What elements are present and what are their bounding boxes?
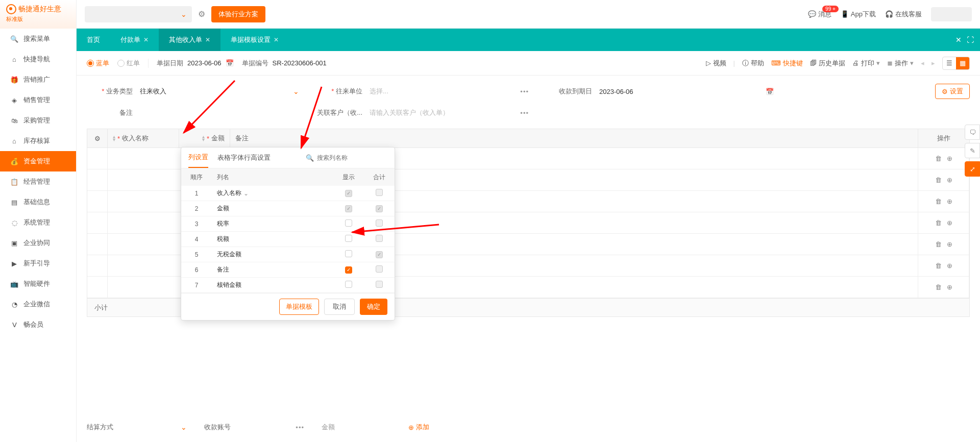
sidebar-item[interactable]: 📋经营管理 — [0, 171, 76, 192]
calendar-icon[interactable]: 📅 — [226, 59, 234, 67]
col-income-name[interactable]: ▴▾ * 收入名称 — [108, 129, 179, 148]
add-button[interactable]: ⊕ 添加 — [408, 423, 429, 432]
user-avatar[interactable] — [931, 7, 972, 21]
ops-link[interactable]: ≣操作▾ — [887, 59, 914, 68]
copy-icon[interactable]: ⊕ — [947, 262, 952, 269]
sidebar-item[interactable]: ◔企业微信 — [0, 294, 76, 314]
close-icon[interactable]: ✕ — [205, 36, 210, 43]
nav-icon: 🛍 — [10, 116, 18, 125]
sidebar: 畅捷通好生意 标准版 🔍搜索菜单⌂快捷导航🎁营销推广◈销售管理🛍采购管理⌂库存核… — [0, 0, 77, 442]
delete-icon[interactable]: 🗑 — [935, 283, 942, 291]
sidebar-item[interactable]: ◌系统管理 — [0, 212, 76, 233]
checkbox-off[interactable] — [345, 281, 352, 288]
copy-icon[interactable]: ⊕ — [947, 219, 952, 227]
sidebar-item[interactable]: ▶新手引导 — [0, 253, 76, 274]
partner-select[interactable]: 选择... ••• — [368, 84, 531, 99]
acct-label: 收款账号 — [204, 423, 231, 432]
sidebar-item[interactable]: ▣企业协同 — [0, 233, 76, 253]
close-icon[interactable]: ✕ — [143, 36, 149, 43]
template-button[interactable]: 单据模板 — [279, 299, 319, 315]
print-link[interactable]: 🖨打印▾ — [852, 59, 880, 68]
nav-icon: ⌂ — [10, 137, 18, 145]
prev-icon[interactable]: ◂ — [921, 59, 924, 67]
copy-icon[interactable]: ⊕ — [947, 240, 952, 248]
sidebar-item[interactable]: 🔍搜索菜单 — [0, 29, 76, 49]
copy-icon[interactable]: ⊕ — [947, 283, 952, 291]
delete-icon[interactable]: 🗑 — [935, 198, 942, 205]
ok-button[interactable]: 确定 — [360, 299, 387, 315]
video-link[interactable]: ▷视频 — [706, 59, 726, 68]
sidebar-item[interactable]: 🛍采购管理 — [0, 110, 76, 131]
sidebar-item[interactable]: ◈销售管理 — [0, 90, 76, 110]
gear-icon[interactable]: ⚙ — [198, 9, 205, 19]
calendar-icon[interactable]: 📅 — [766, 88, 774, 95]
view-list[interactable]: ☰ — [943, 57, 956, 69]
popup-tab-columns[interactable]: 列设置 — [188, 153, 208, 168]
tab-close-icon[interactable]: ✕ — [955, 36, 962, 44]
checkbox-off[interactable] — [345, 250, 352, 257]
acct-select[interactable]: ••• — [236, 420, 306, 435]
popup-search-input[interactable] — [317, 154, 394, 161]
checkbox-disabled — [376, 235, 383, 242]
rel-customer-input[interactable]: 请输入关联客户（收入单） ••• — [368, 105, 531, 120]
checkbox-locked: ✓ — [376, 251, 383, 258]
shortcut-link[interactable]: ⌨快捷键 — [771, 59, 803, 68]
experience-button[interactable]: 体验行业方案 — [211, 6, 265, 22]
checkbox-off[interactable] — [345, 235, 352, 242]
tab-expand-icon[interactable]: ⛶ — [967, 36, 974, 44]
nav-icon: ▤ — [10, 198, 18, 206]
popup-search[interactable]: 🔍 — [306, 154, 387, 167]
copy-icon[interactable]: ⊕ — [947, 155, 952, 162]
print-icon: 🖨 — [852, 59, 859, 67]
delete-icon[interactable]: 🗑 — [935, 262, 942, 269]
delete-icon[interactable]: 🗑 — [935, 219, 942, 227]
cancel-button[interactable]: 取消 — [324, 299, 355, 315]
sidebar-item[interactable]: 💰资金管理 — [0, 151, 76, 171]
float-expand-icon[interactable]: ⤢ — [965, 161, 980, 177]
sidebar-item[interactable]: 📺智能硬件 — [0, 274, 76, 294]
amount-input[interactable] — [340, 420, 393, 435]
tab[interactable]: 其他收入单✕ — [159, 29, 220, 51]
col-amount[interactable]: ▴▾ * 金额 — [179, 129, 230, 148]
popup-row: 3税率 — [181, 216, 395, 232]
tab[interactable]: 付款单✕ — [110, 29, 159, 51]
biz-type-select[interactable]: 往来收入 ⌄ — [138, 84, 301, 99]
float-edit-icon[interactable]: ✎ — [965, 143, 980, 158]
checkbox-off[interactable] — [345, 219, 352, 227]
delete-icon[interactable]: 🗑 — [935, 176, 942, 184]
view-card[interactable]: ▦ — [956, 57, 969, 69]
sidebar-item[interactable]: ▤基础信息 — [0, 192, 76, 212]
radio-red[interactable]: 红单 — [117, 59, 140, 68]
more-icon[interactable]: ••• — [520, 88, 529, 95]
settle-select[interactable]: ⌄ — [118, 420, 189, 435]
history-link[interactable]: 🗐历史单据 — [810, 59, 845, 68]
sidebar-item[interactable]: ⌂库存核算 — [0, 131, 76, 151]
grid-settings-icon[interactable]: ⚙ — [87, 129, 108, 148]
copy-icon[interactable]: ⊕ — [947, 176, 952, 184]
delete-icon[interactable]: 🗑 — [935, 240, 942, 248]
support-link[interactable]: 🎧 在线客服 — [885, 10, 922, 19]
popup-tab-font[interactable]: 表格字体行高设置 — [217, 153, 271, 167]
remark-input[interactable] — [138, 105, 301, 120]
more-icon[interactable]: ••• — [296, 424, 304, 431]
checkbox-on[interactable]: ✓ — [345, 266, 352, 274]
more-icon[interactable]: ••• — [520, 109, 529, 117]
close-icon[interactable]: ✕ — [274, 36, 279, 43]
app-download-link[interactable]: 📱 App下载 — [841, 10, 876, 19]
due-date-input[interactable]: 2023-06-06 — [597, 84, 761, 99]
float-note-icon[interactable]: 🗨 — [965, 125, 980, 140]
next-icon[interactable]: ▸ — [932, 59, 935, 67]
copy-icon[interactable]: ⊕ — [947, 198, 952, 205]
tab[interactable]: 单据模板设置✕ — [220, 29, 289, 51]
delete-icon[interactable]: 🗑 — [935, 155, 942, 162]
sidebar-item[interactable]: ⌂快捷导航 — [0, 49, 76, 69]
company-selector[interactable]: ⌄ — [85, 6, 192, 22]
settings-button[interactable]: ⚙ 设置 — [935, 84, 970, 99]
tab[interactable]: 首页 — [77, 29, 110, 51]
sidebar-item[interactable]: Ⅴ畅会员 — [0, 314, 76, 335]
radio-blue[interactable]: 蓝单 — [87, 59, 109, 68]
sidebar-item[interactable]: 🎁营销推广 — [0, 69, 76, 90]
help-link[interactable]: ⓘ帮助 — [742, 59, 764, 68]
message-link[interactable]: 💬 消息 99 + — [808, 10, 831, 19]
date-value[interactable]: 2023-06-06 — [187, 59, 222, 67]
